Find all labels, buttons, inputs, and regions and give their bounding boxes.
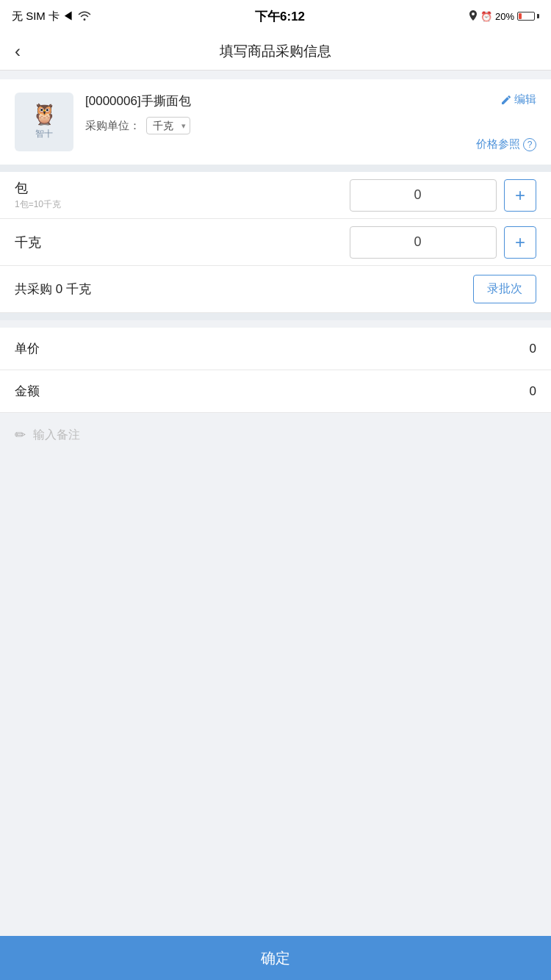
- input-right-bao: +: [88, 179, 536, 212]
- status-right: ⏰ 20%: [469, 10, 539, 23]
- qty-input-kg[interactable]: [350, 226, 497, 259]
- input-main-label-kg: 千克: [15, 234, 88, 251]
- product-info: [0000006]手撕面包 采购单位： 千克 包: [85, 93, 536, 134]
- input-label-bao: 包 1包=10千克: [15, 179, 88, 211]
- edit-button[interactable]: 编辑: [501, 93, 536, 107]
- input-row-bao: 包 1包=10千克 +: [0, 172, 551, 219]
- plus-button-kg[interactable]: +: [504, 226, 536, 259]
- qty-input-bao[interactable]: [350, 179, 497, 212]
- battery-icon: [517, 12, 539, 21]
- product-thumbnail: 🦉 智十: [15, 93, 73, 151]
- amount-value: 0: [530, 384, 536, 399]
- input-section: 包 1包=10千克 + 千克 +: [0, 172, 551, 266]
- unit-select[interactable]: 千克 包: [146, 117, 190, 134]
- unit-select-wrapper[interactable]: 千克 包: [146, 117, 190, 134]
- product-name: [0000006]手撕面包: [85, 93, 536, 109]
- record-batch-button[interactable]: 录批次: [473, 275, 536, 303]
- notes-placeholder: 输入备注: [33, 428, 80, 443]
- wifi-icon: [78, 10, 91, 23]
- amount-row: 金额 0: [0, 370, 551, 413]
- battery-percent: 20%: [495, 11, 514, 22]
- plus-button-bao[interactable]: +: [504, 179, 536, 212]
- price-ref-label: 价格参照: [476, 137, 520, 151]
- nav-bar: ‹ 填写商品采购信息: [0, 32, 551, 71]
- location-icon: [469, 10, 478, 23]
- total-text: 共采购 0 千克: [15, 281, 91, 298]
- input-sub-label-bao: 1包=10千克: [15, 198, 88, 211]
- info-section: 单价 0 金额 0: [0, 328, 551, 413]
- product-unit-row: 采购单位： 千克 包: [85, 117, 536, 134]
- price-row: 单价 0: [0, 328, 551, 370]
- price-ref-button[interactable]: 价格参照 ?: [476, 137, 536, 151]
- section-divider-1: [0, 165, 551, 172]
- content-area: [0, 457, 551, 648]
- status-left: 无 SIM 卡 ◀: [12, 10, 91, 24]
- sim-text: 无 SIM 卡 ◀: [12, 10, 73, 24]
- product-card: 🦉 智十 [0000006]手撕面包 采购单位： 千克 包 编辑 价格参照 ?: [0, 79, 551, 165]
- status-time: 下午6:12: [255, 8, 305, 25]
- pencil-icon: ✏: [15, 427, 26, 443]
- edit-label: 编辑: [514, 93, 536, 107]
- input-right-kg: +: [88, 226, 536, 259]
- price-label: 单价: [15, 340, 40, 357]
- confirm-button[interactable]: 确定: [0, 936, 551, 980]
- help-icon: ?: [523, 138, 536, 151]
- input-row-kg: 千克 +: [0, 219, 551, 266]
- total-row: 共采购 0 千克 录批次: [0, 266, 551, 313]
- input-main-label-bao: 包: [15, 179, 88, 197]
- alarm-icon: ⏰: [480, 11, 492, 22]
- product-thumb-icon: 🦉: [32, 104, 57, 125]
- amount-label: 金额: [15, 383, 40, 400]
- input-label-kg: 千克: [15, 234, 88, 251]
- price-value: 0: [530, 342, 536, 356]
- notes-section[interactable]: ✏ 输入备注: [0, 413, 551, 457]
- status-bar: 无 SIM 卡 ◀ 下午6:12 ⏰ 20%: [0, 0, 551, 32]
- product-thumb-text: 智十: [35, 128, 53, 140]
- section-divider-2: [0, 313, 551, 320]
- unit-label: 采购单位：: [85, 119, 140, 133]
- page-title: 填写商品采购信息: [220, 42, 331, 61]
- back-button[interactable]: ‹: [15, 43, 21, 60]
